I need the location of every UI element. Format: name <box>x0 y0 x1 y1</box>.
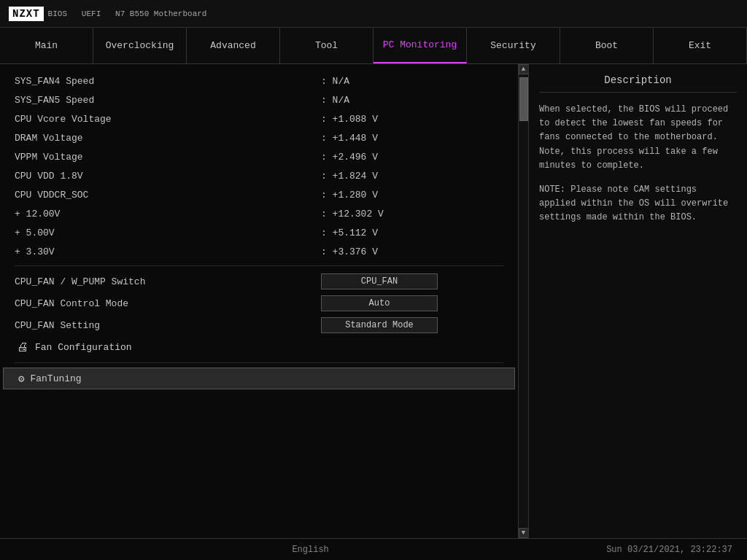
navbar: Main Overclocking Advanced Tool PC Monit… <box>0 28 747 64</box>
logo: NZXT BIOS UEFI N7 B550 Motherboard <box>9 7 206 21</box>
row-sys-fan4-value: : N/A <box>321 76 349 87</box>
scroll-up-arrow[interactable]: ▲ <box>519 64 529 74</box>
scrollable-content[interactable]: SYS_FAN4 Speed : N/A SYS_FAN5 Speed : N/… <box>0 71 518 531</box>
separator-1 <box>15 265 503 266</box>
row-cpu-fan-mode-label: CPU_FAN Control Mode <box>15 298 321 309</box>
header: NZXT BIOS UEFI N7 B550 Motherboard <box>0 0 747 28</box>
row-cpu-vdd-value: : +1.824 V <box>321 171 378 182</box>
row-cpu-fan-switch: CPU_FAN / W_PUMP Switch CPU_FAN <box>0 271 518 292</box>
description-paragraph-1: When selected, the BIOS will proceed to … <box>539 103 737 173</box>
row-3v3-value: : +3.376 V <box>321 246 378 257</box>
row-vppm-voltage-value: : +2.496 V <box>321 152 378 163</box>
separator-2 <box>15 362 503 363</box>
cpu-fan-switch-button[interactable]: CPU_FAN <box>321 273 438 289</box>
row-cpu-vddcr: CPU VDDCR_SOC : +1.280 V <box>0 185 518 204</box>
row-cpu-vcore-value: : +1.088 V <box>321 114 378 125</box>
logo-bios: BIOS UEFI N7 B550 Motherboard <box>48 9 207 18</box>
main-panel-wrapper: SYS_FAN4 Speed : N/A SYS_FAN5 Speed : N/… <box>0 64 528 538</box>
fantuning-icon: ⚙ <box>18 373 24 385</box>
row-dram-voltage-value: : +1.448 V <box>321 133 378 144</box>
row-cpu-vddcr-label: CPU VDDCR_SOC <box>15 190 321 201</box>
footer-language: English <box>292 545 328 555</box>
row-cpu-vddcr-value: : +1.280 V <box>321 190 378 201</box>
description-panel: Description When selected, the BIOS will… <box>528 64 747 538</box>
row-cpu-vcore: CPU Vcore Voltage : +1.088 V <box>0 109 518 128</box>
row-12v-value: : +12.302 V <box>321 209 384 219</box>
row-cpu-fan-switch-label: CPU_FAN / W_PUMP Switch <box>15 276 321 287</box>
row-sys-fan5: SYS_FAN5 Speed : N/A <box>0 90 518 109</box>
nav-tool[interactable]: Tool <box>280 28 374 63</box>
description-paragraph-2: NOTE: Please note CAM settings applied w… <box>539 183 737 225</box>
nav-advanced[interactable]: Advanced <box>187 28 280 63</box>
cpu-fan-mode-button[interactable]: Auto <box>321 295 438 311</box>
fan-config-row[interactable]: 🖨 Fan Configuration <box>0 336 518 358</box>
description-text: When selected, the BIOS will proceed to … <box>539 103 737 225</box>
scroll-down-arrow[interactable]: ▼ <box>519 528 529 538</box>
footer-datetime: Sun 03/21/2021, 23:22:37 <box>606 545 732 555</box>
fantuning-row[interactable]: ⚙ FanTuning <box>3 368 515 389</box>
row-12v: + 12.00V : +12.302 V <box>0 204 518 223</box>
row-5v-value: : +5.112 V <box>321 228 378 238</box>
row-vppm-voltage: VPPM Voltage : +2.496 V <box>0 147 518 166</box>
nav-exit[interactable]: Exit <box>654 28 747 63</box>
row-dram-voltage-label: DRAM Voltage <box>15 133 321 144</box>
row-3v3: + 3.30V : +3.376 V <box>0 242 518 261</box>
row-12v-label: + 12.00V <box>15 209 321 219</box>
scroll-thumb[interactable] <box>519 77 528 121</box>
row-sys-fan5-label: SYS_FAN5 Speed <box>15 95 321 106</box>
main-panel: SYS_FAN4 Speed : N/A SYS_FAN5 Speed : N/… <box>0 64 518 538</box>
description-title: Description <box>539 74 737 93</box>
row-5v: + 5.00V : +5.112 V <box>0 223 518 242</box>
row-5v-label: + 5.00V <box>15 228 321 238</box>
nav-boot[interactable]: Boot <box>560 28 654 63</box>
row-cpu-vdd-label: CPU VDD 1.8V <box>15 171 321 182</box>
nav-main[interactable]: Main <box>0 28 93 63</box>
nav-security[interactable]: Security <box>467 28 560 63</box>
row-sys-fan4-label: SYS_FAN4 Speed <box>15 76 321 87</box>
row-3v3-label: + 3.30V <box>15 246 321 257</box>
row-cpu-fan-setting: CPU_FAN Setting Standard Mode <box>0 314 518 336</box>
cpu-fan-setting-button[interactable]: Standard Mode <box>321 317 438 333</box>
logo-nzxt: NZXT <box>9 7 44 21</box>
row-sys-fan4: SYS_FAN4 Speed : N/A <box>0 71 518 90</box>
content-area: SYS_FAN4 Speed : N/A SYS_FAN5 Speed : N/… <box>0 64 747 538</box>
nav-overclocking[interactable]: Overclocking <box>93 28 187 63</box>
row-sys-fan5-value: : N/A <box>321 95 349 106</box>
fan-config-label: Fan Configuration <box>35 342 132 353</box>
row-cpu-vdd: CPU VDD 1.8V : +1.824 V <box>0 166 518 185</box>
row-cpu-fan-setting-label: CPU_FAN Setting <box>15 320 321 331</box>
row-dram-voltage: DRAM Voltage : +1.448 V <box>0 128 518 147</box>
row-cpu-fan-mode: CPU_FAN Control Mode Auto <box>0 292 518 314</box>
scrollbar[interactable]: ▲ ▼ <box>518 64 528 538</box>
row-vppm-voltage-label: VPPM Voltage <box>15 152 321 163</box>
nav-pc-monitoring[interactable]: PC Monitoring <box>374 28 467 63</box>
fantuning-label: FanTuning <box>30 373 81 384</box>
fan-config-icon: 🖨 <box>15 339 31 355</box>
row-cpu-vcore-label: CPU Vcore Voltage <box>15 114 321 125</box>
footer: English Sun 03/21/2021, 23:22:37 <box>0 538 747 560</box>
